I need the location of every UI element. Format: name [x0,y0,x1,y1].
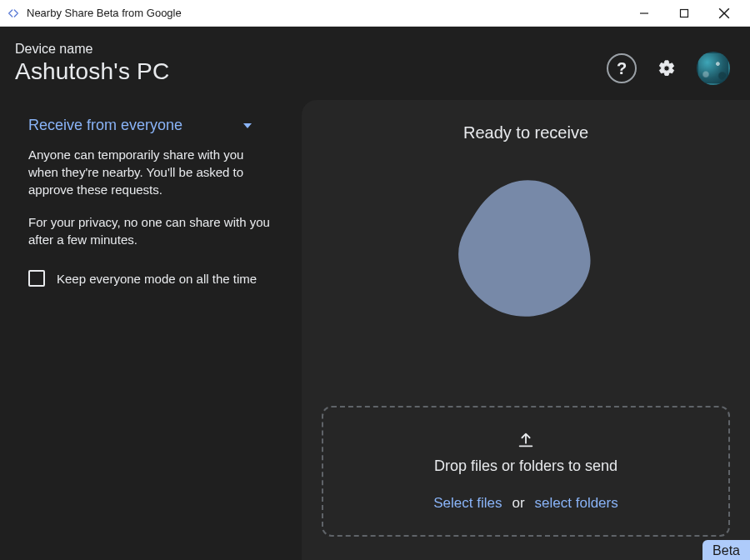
window-title: Nearby Share Beta from Google [27,7,625,19]
checkbox-box [28,270,45,287]
blob-icon [451,172,601,322]
svg-rect-1 [681,9,688,17]
upload-icon [517,431,535,449]
drop-zone-actions: Select files or select folders [433,495,618,512]
ready-title: Ready to receive [463,123,588,142]
beta-badge: Beta [702,540,750,560]
close-button[interactable] [705,1,743,26]
device-name-value: Ashutosh's PC [15,58,593,85]
help-button[interactable]: ? [607,53,637,83]
sidebar: Receive from everyone Anyone can tempora… [0,100,302,560]
help-icon: ? [617,60,627,77]
window-controls [625,1,743,26]
or-text: or [512,495,524,512]
visibility-dropdown-label: Receive from everyone [28,117,182,134]
drop-zone-text: Drop files or folders to send [434,458,618,475]
content: Receive from everyone Anyone can tempora… [0,93,750,560]
visibility-info-2: For your privacy, no one can share with … [28,213,270,248]
account-avatar[interactable] [697,52,730,85]
header-actions: ? [607,52,730,85]
window-title-bar: Nearby Share Beta from Google [0,0,750,27]
device-name-block: Device name Ashutosh's PC [15,42,593,85]
main-panel: Ready to receive Drop files or folders t… [302,100,750,560]
device-name-label: Device name [15,42,593,57]
chevron-down-icon [243,123,252,128]
settings-button[interactable] [652,53,682,83]
visibility-info-1: Anyone can temporarily share with you wh… [28,146,270,198]
keep-everyone-checkbox[interactable]: Keep everyone mode on all the time [28,270,277,287]
app-icon [7,7,20,20]
checkbox-label: Keep everyone mode on all the time [57,272,257,286]
gear-icon [658,59,676,78]
drop-zone[interactable]: Drop files or folders to send Select fil… [322,406,730,537]
receive-animation [451,168,601,398]
visibility-dropdown[interactable]: Receive from everyone [28,117,277,146]
maximize-button[interactable] [665,1,703,26]
app-header: Device name Ashutosh's PC ? [0,27,750,93]
app-root: Device name Ashutosh's PC ? Receive from… [0,27,750,560]
select-folders-button[interactable]: select folders [535,495,618,512]
minimize-button[interactable] [625,1,663,26]
select-files-button[interactable]: Select files [433,495,502,512]
